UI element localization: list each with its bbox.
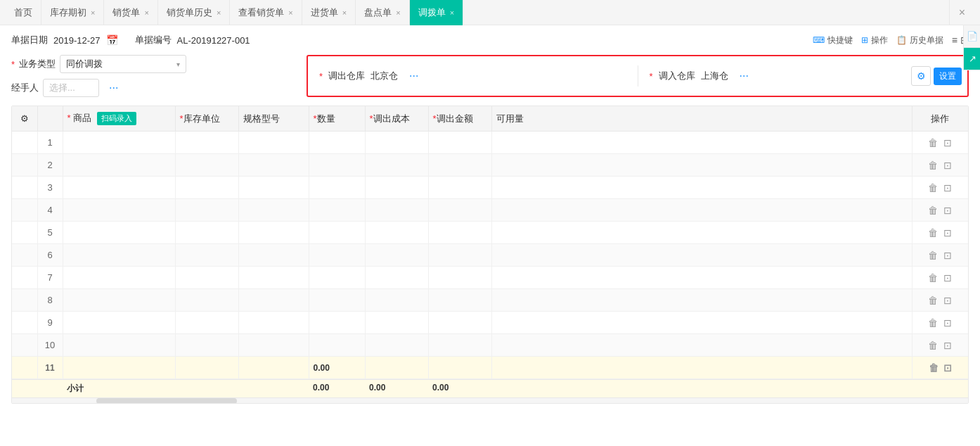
row-amount-cell[interactable]: [428, 267, 491, 289]
row-unit-cell[interactable]: [175, 312, 238, 334]
scan-input-button[interactable]: 扫码录入: [97, 112, 136, 125]
row-spec-cell[interactable]: [238, 289, 309, 312]
copy-icon[interactable]: ⊡: [943, 227, 952, 238]
row-spec-cell[interactable]: [238, 244, 309, 267]
row-unit-cell[interactable]: [175, 154, 238, 177]
row-amount-cell[interactable]: [428, 334, 491, 357]
row-product-cell[interactable]: [63, 199, 175, 222]
row-qty-cell[interactable]: [309, 222, 365, 244]
row-product-cell[interactable]: [63, 289, 175, 312]
row-unit-cell[interactable]: [175, 244, 238, 267]
row-spec-cell[interactable]: [238, 334, 309, 357]
tab-close-inventory-check[interactable]: ×: [396, 8, 400, 17]
row-qty-cell[interactable]: [309, 312, 365, 334]
layout-list-icon[interactable]: ≡: [952, 34, 958, 46]
row-amount-cell[interactable]: [428, 222, 491, 244]
row-unit-cell[interactable]: [175, 177, 238, 199]
row-amount-cell[interactable]: [428, 154, 491, 177]
tab-bar-close-button[interactable]: ×: [949, 0, 974, 25]
delete-icon[interactable]: 🗑: [928, 182, 938, 193]
tab-transfer[interactable]: 调拨单 ×: [410, 0, 463, 25]
delete-icon[interactable]: 🗑: [928, 160, 938, 171]
delete-icon[interactable]: 🗑: [928, 317, 938, 329]
row-spec-cell[interactable]: [238, 222, 309, 244]
row-product-cell[interactable]: [63, 154, 175, 177]
delete-icon[interactable]: 🗑: [928, 272, 938, 283]
tab-sales-history[interactable]: 销货单历史 ×: [158, 0, 230, 25]
row-available-cell[interactable]: [491, 334, 912, 357]
row-available-cell[interactable]: [491, 222, 912, 244]
row-cost-cell[interactable]: [365, 244, 428, 267]
row-cost-cell[interactable]: [365, 177, 428, 199]
scrollbar-thumb[interactable]: [96, 398, 237, 404]
row-product-cell[interactable]: [63, 244, 175, 267]
row-amount-cell[interactable]: [428, 244, 491, 267]
row-cost-cell[interactable]: [365, 222, 428, 244]
row-available-cell[interactable]: [491, 199, 912, 222]
delete-icon[interactable]: 🗑: [928, 205, 938, 216]
copy-icon[interactable]: ⊡: [943, 137, 952, 148]
copy-icon[interactable]: ⊡: [943, 250, 952, 261]
row-unit-cell[interactable]: [175, 267, 238, 289]
warehouse-in-more-button[interactable]: ···: [740, 70, 749, 82]
row-amount-cell[interactable]: [428, 289, 491, 312]
delete-icon[interactable]: 🗑: [928, 340, 938, 351]
row-qty-cell[interactable]: [309, 267, 365, 289]
row-available-cell[interactable]: [491, 154, 912, 177]
row-qty-cell[interactable]: [309, 199, 365, 222]
tab-close-sales-history[interactable]: ×: [217, 8, 221, 17]
horizontal-scrollbar[interactable]: [12, 397, 968, 403]
copy-icon[interactable]: ⊡: [943, 340, 952, 351]
delete-icon[interactable]: 🗑: [928, 250, 938, 261]
operations-button[interactable]: ⊞ 操作: [861, 34, 888, 46]
tab-purchase[interactable]: 进货单 ×: [302, 0, 356, 25]
tab-close-view-sales[interactable]: ×: [288, 8, 292, 17]
row-unit-cell[interactable]: [175, 289, 238, 312]
row-unit-cell[interactable]: [175, 222, 238, 244]
row-spec-cell[interactable]: [238, 267, 309, 289]
history-doc-button[interactable]: 📋 历史单据: [896, 34, 943, 46]
settings-text-button[interactable]: 设置: [934, 68, 962, 85]
row-product-cell[interactable]: [63, 312, 175, 334]
row-spec-cell[interactable]: [238, 154, 309, 177]
copy-icon[interactable]: ⊡: [943, 182, 952, 193]
row-cost-cell[interactable]: [365, 154, 428, 177]
col-header-gear[interactable]: ⚙: [12, 106, 37, 132]
row-cost-cell[interactable]: [365, 267, 428, 289]
row-amount-cell[interactable]: [428, 177, 491, 199]
tab-close-sales-order[interactable]: ×: [144, 8, 148, 17]
row-cost-cell[interactable]: [365, 312, 428, 334]
tab-view-sales[interactable]: 查看销货单 ×: [230, 0, 302, 25]
business-type-select[interactable]: 同价调拨 ▾: [60, 55, 186, 73]
row-product-cell[interactable]: [63, 132, 175, 154]
row-available-cell[interactable]: [491, 244, 912, 267]
sidebar-doc-icon[interactable]: 📄: [964, 25, 980, 48]
row-spec-cell[interactable]: [238, 199, 309, 222]
gear-settings-button[interactable]: ⚙: [911, 66, 931, 86]
row-unit-cell[interactable]: [175, 334, 238, 357]
row-product-cell[interactable]: [63, 177, 175, 199]
row-available-cell[interactable]: [491, 267, 912, 289]
sidebar-export-icon[interactable]: ↗: [964, 48, 980, 70]
row-unit-cell[interactable]: [175, 132, 238, 154]
delete-icon[interactable]: 🗑: [928, 227, 938, 238]
row-unit-cell[interactable]: [175, 199, 238, 222]
row-available-cell[interactable]: [491, 177, 912, 199]
row-spec-cell[interactable]: [238, 177, 309, 199]
row-amount-cell[interactable]: [428, 312, 491, 334]
delete-icon[interactable]: 🗑: [928, 295, 938, 306]
tab-close-transfer[interactable]: ×: [450, 8, 454, 17]
row-qty-cell[interactable]: [309, 177, 365, 199]
row-available-cell[interactable]: [491, 312, 912, 334]
row-qty-cell[interactable]: [309, 289, 365, 312]
delete-icon[interactable]: 🗑: [928, 137, 938, 148]
row-qty-cell[interactable]: [309, 244, 365, 267]
tab-inventory-init[interactable]: 库存期初 ×: [41, 0, 104, 25]
tab-inventory-check[interactable]: 盘点单 ×: [356, 0, 409, 25]
calendar-icon[interactable]: 📅: [106, 34, 118, 46]
tab-sales-order[interactable]: 销货单 ×: [104, 0, 157, 25]
row-available-cell[interactable]: [491, 132, 912, 154]
operator-select[interactable]: 选择...: [43, 79, 99, 97]
delete-icon[interactable]: 🗑: [929, 362, 939, 374]
row-cost-cell[interactable]: [365, 289, 428, 312]
